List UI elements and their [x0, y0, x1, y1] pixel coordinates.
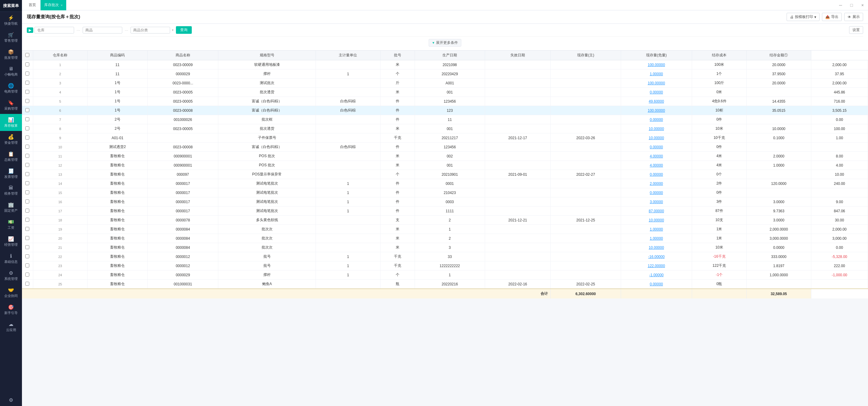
row-checkbox[interactable]	[25, 227, 29, 231]
table-cell[interactable]: -1.00000	[621, 270, 692, 280]
row-checkbox-cell[interactable]	[22, 188, 33, 197]
table-cell[interactable]: 0.00000	[621, 115, 692, 124]
tab-close-button[interactable]: ×	[61, 3, 62, 7]
table-cell[interactable]: 10.00000	[621, 133, 692, 142]
minimize-button[interactable]: ─	[835, 0, 846, 10]
row-checkbox[interactable]	[25, 264, 29, 267]
sidebar-item-retail[interactable]: 🛒 零售管理	[0, 29, 22, 46]
row-checkbox-cell[interactable]	[22, 243, 33, 252]
row-checkbox-cell[interactable]	[22, 179, 33, 188]
sidebar-item-payroll[interactable]: 💵 工资	[0, 216, 22, 233]
product-filter-input[interactable]	[83, 27, 122, 34]
row-checkbox-cell[interactable]	[22, 206, 33, 216]
table-cell[interactable]: 4.00000	[621, 161, 692, 170]
row-checkbox[interactable]	[25, 145, 29, 149]
sidebar-item-tax[interactable]: 🏛 税务管理	[0, 182, 22, 199]
sidebar-item-inventory[interactable]: 📊 库存核算	[0, 114, 22, 131]
sidebar-item-wholesale[interactable]: 📦 批发管理	[0, 46, 22, 63]
table-cell[interactable]: 0.00000	[621, 280, 692, 289]
export-button[interactable]: 📤 导出	[822, 13, 842, 21]
tab-home[interactable]: 首页	[24, 0, 40, 10]
table-wrapper[interactable]: 仓库名称 商品编码 商品名称 规格型号 主计量单位 批号 生产日期 失效日期 现…	[22, 50, 868, 406]
sidebar-item-purchase[interactable]: 🔖 采购管理	[0, 97, 22, 114]
warehouse-filter-input[interactable]	[34, 27, 74, 34]
table-cell[interactable]: 87.00000	[621, 206, 692, 216]
table-cell[interactable]: 0.00000	[621, 188, 692, 197]
sidebar-item-ecommerce-small[interactable]: 🖥 小畅电商	[0, 63, 22, 80]
row-checkbox[interactable]	[25, 254, 29, 258]
table-cell[interactable]: 0.00000	[621, 170, 692, 179]
sidebar-settings-button[interactable]: ⚙	[0, 394, 22, 406]
set-button[interactable]: 设置	[849, 26, 863, 34]
row-checkbox[interactable]	[25, 200, 29, 203]
row-checkbox[interactable]	[25, 62, 29, 66]
row-checkbox-cell[interactable]	[22, 261, 33, 270]
table-cell[interactable]: 10.00000	[621, 124, 692, 133]
close-button[interactable]: ×	[857, 0, 868, 10]
row-checkbox[interactable]	[25, 218, 29, 222]
col-checkbox[interactable]	[22, 50, 33, 60]
table-cell[interactable]: 10.00000	[621, 243, 692, 252]
print-button[interactable]: 🖨 按模板打印 ▾	[786, 13, 819, 21]
table-cell[interactable]: 100.00000	[621, 106, 692, 115]
row-checkbox[interactable]	[25, 190, 29, 194]
row-checkbox-cell[interactable]	[22, 133, 33, 142]
sidebar-logo[interactable]: 搜索菜单	[0, 0, 22, 12]
row-checkbox-cell[interactable]	[22, 69, 33, 78]
table-cell[interactable]: 4.00000	[621, 152, 692, 161]
category-filter-input[interactable]	[130, 27, 170, 34]
sidebar-item-basic-info[interactable]: ℹ 基础信息	[0, 250, 22, 267]
search-button[interactable]: 查询	[176, 26, 192, 34]
row-checkbox-cell[interactable]	[22, 234, 33, 243]
maximize-button[interactable]: □	[846, 0, 857, 10]
row-checkbox[interactable]	[25, 117, 29, 121]
row-checkbox-cell[interactable]	[22, 280, 33, 289]
table-cell[interactable]: 49.60000	[621, 97, 692, 106]
row-checkbox[interactable]	[25, 236, 29, 240]
row-checkbox-cell[interactable]	[22, 225, 33, 234]
table-cell[interactable]: 100.00000	[621, 60, 692, 69]
table-cell[interactable]: 10.00000	[621, 216, 692, 225]
row-checkbox-cell[interactable]	[22, 161, 33, 170]
row-checkbox[interactable]	[25, 172, 29, 176]
sidebar-item-system[interactable]: ⚙ 系统管理	[0, 267, 22, 284]
row-checkbox[interactable]	[25, 282, 29, 286]
tab-inventory-batch[interactable]: 库存批次 ×	[40, 0, 66, 10]
row-checkbox-cell[interactable]	[22, 197, 33, 206]
sidebar-item-cloud[interactable]: ☁ 云应用	[0, 318, 22, 335]
row-checkbox[interactable]	[25, 72, 29, 75]
row-checkbox-cell[interactable]	[22, 106, 33, 115]
table-cell[interactable]: 122.00000	[621, 261, 692, 270]
sidebar-item-invoice[interactable]: 🧾 发票管理	[0, 165, 22, 182]
table-cell[interactable]: 0.00000	[621, 88, 692, 97]
row-checkbox-cell[interactable]	[22, 97, 33, 106]
table-cell[interactable]: 0.00000	[621, 142, 692, 152]
table-cell[interactable]: 2.00000	[621, 179, 692, 188]
row-checkbox-cell[interactable]	[22, 252, 33, 261]
sidebar-item-quick-nav[interactable]: ⚡ 快捷导航	[0, 12, 22, 29]
row-checkbox[interactable]	[25, 108, 29, 112]
sidebar-item-guide[interactable]: 🎯 新手引导	[0, 301, 22, 318]
row-checkbox-cell[interactable]	[22, 60, 33, 69]
select-all-checkbox[interactable]	[25, 53, 29, 57]
row-checkbox[interactable]	[25, 245, 29, 249]
row-checkbox-cell[interactable]	[22, 270, 33, 280]
display-button[interactable]: 👁 展示	[844, 13, 863, 21]
row-checkbox-cell[interactable]	[22, 142, 33, 152]
row-checkbox[interactable]	[25, 163, 29, 167]
sidebar-item-operations[interactable]: 📈 经营管理	[0, 233, 22, 250]
row-checkbox-cell[interactable]	[22, 152, 33, 161]
row-checkbox-cell[interactable]	[22, 124, 33, 133]
table-cell[interactable]: -16.00000	[621, 252, 692, 261]
row-checkbox-cell[interactable]	[22, 216, 33, 225]
sidebar-item-fixed-assets[interactable]: 🏢 固定资产	[0, 199, 22, 216]
row-checkbox[interactable]	[25, 209, 29, 212]
table-cell[interactable]: 1.00000	[621, 69, 692, 78]
filter-expand-btn[interactable]: ▶	[27, 27, 33, 33]
table-cell[interactable]: 1.00000	[621, 225, 692, 234]
row-checkbox[interactable]	[25, 154, 29, 158]
row-checkbox-cell[interactable]	[22, 115, 33, 124]
sidebar-item-ledger[interactable]: 📋 总账管理	[0, 148, 22, 165]
row-checkbox[interactable]	[25, 81, 29, 85]
sidebar-item-collab[interactable]: 🤝 企业协同	[0, 284, 22, 301]
